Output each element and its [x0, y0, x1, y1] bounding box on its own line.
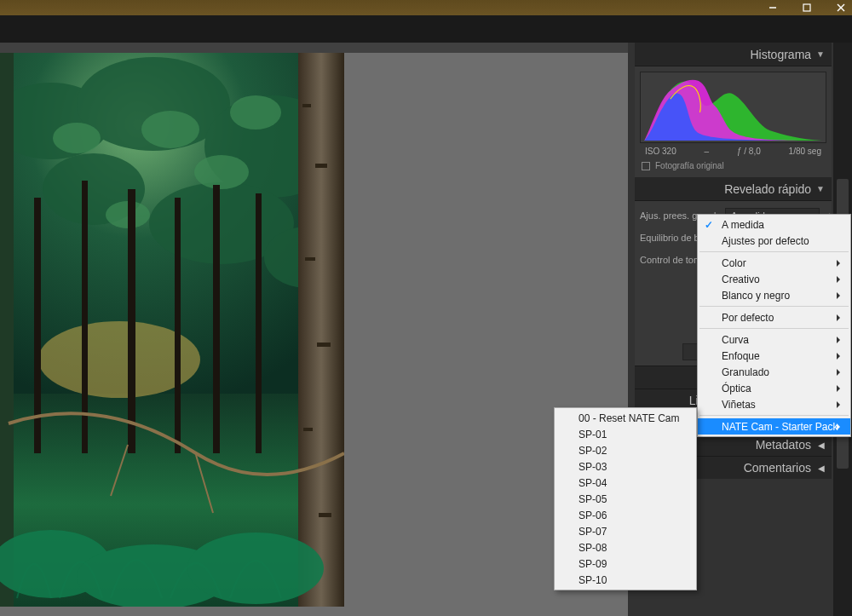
svg-rect-24	[298, 53, 344, 607]
histogram-exif: ISO 320 – ƒ / 8,0 1/80 seg	[640, 143, 826, 158]
expand-icon: ◀	[818, 440, 825, 450]
svg-point-16	[194, 155, 249, 189]
submenu-item-sp02[interactable]: SP-02	[555, 442, 696, 458]
svg-rect-20	[128, 189, 135, 453]
original-photo-toggle[interactable]: Fotografía original	[640, 158, 826, 176]
svg-rect-26	[315, 164, 327, 168]
menu-item-nate-cam[interactable]: NATE Cam - Starter Pack	[698, 418, 850, 435]
menu-separator	[699, 251, 849, 252]
metadata-title: Metadatos	[756, 438, 811, 452]
histogram-graph[interactable]	[640, 72, 826, 143]
histogram-panel: ISO 320 – ƒ / 8,0 1/80 seg Fotografía or…	[635, 66, 832, 177]
submenu-item-sp07[interactable]: SP-07	[555, 523, 696, 539]
exif-shutter: 1/80 seg	[789, 147, 821, 156]
window-maximize-button[interactable]	[799, 2, 815, 14]
menu-item-creative[interactable]: Creativo	[698, 271, 850, 287]
original-photo-label: Fotografía original	[655, 161, 724, 170]
menu-item-optica[interactable]: Óptica	[698, 380, 850, 396]
svg-rect-23	[256, 193, 262, 453]
menu-separator	[699, 306, 849, 307]
checkbox-icon[interactable]	[642, 162, 650, 170]
submenu-item-sp05[interactable]: SP-05	[555, 491, 696, 507]
svg-point-13	[141, 111, 199, 148]
quick-develop-title: Revelado rápido	[724, 182, 811, 196]
submenu-item-sp01[interactable]: SP-01	[555, 426, 696, 442]
svg-point-14	[230, 95, 281, 130]
svg-rect-1	[803, 4, 810, 11]
preset-dropdown-menu[interactable]: A medida Ajustes por defecto Color Creat…	[697, 214, 851, 437]
svg-rect-25	[302, 104, 311, 107]
menu-item-por-defecto[interactable]: Por defecto	[698, 309, 850, 325]
submenu-item-sp09[interactable]: SP-09	[555, 556, 696, 572]
svg-rect-21	[175, 198, 181, 453]
menu-item-defaults[interactable]: Ajustes por defecto	[698, 233, 850, 249]
submenu-item-sp06[interactable]: SP-06	[555, 507, 696, 523]
svg-rect-27	[305, 257, 315, 261]
histogram-title: Histograma	[751, 48, 812, 61]
menu-item-enfoque[interactable]: Enfoque	[698, 348, 850, 364]
menu-separator	[699, 415, 849, 416]
menu-item-granulado[interactable]: Granulado	[698, 364, 850, 380]
submenu-item-sp03[interactable]: SP-03	[555, 458, 696, 475]
svg-point-12	[53, 123, 101, 153]
submenu-item-sp04[interactable]: SP-04	[555, 475, 696, 491]
menu-item-bw[interactable]: Blanco y negro	[698, 287, 850, 303]
svg-rect-31	[0, 53, 14, 607]
top-bar	[0, 15, 852, 43]
svg-rect-30	[319, 513, 331, 517]
svg-rect-29	[303, 428, 313, 431]
menu-item-vinetas[interactable]: Viñetas	[698, 396, 850, 412]
histogram-panel-header[interactable]: Histograma ▼	[635, 43, 832, 66]
menu-item-color[interactable]: Color	[698, 255, 850, 271]
window-minimize-button[interactable]	[765, 2, 780, 14]
svg-rect-22	[213, 185, 220, 453]
quick-develop-header[interactable]: Revelado rápido ▼	[635, 177, 832, 201]
menu-separator	[699, 328, 849, 329]
submenu-item-sp08[interactable]: SP-08	[555, 539, 696, 556]
nate-cam-submenu[interactable]: 00 - Reset NATE Cam SP-01 SP-02 SP-03 SP…	[554, 407, 697, 590]
exif-aperture: ƒ / 8,0	[737, 147, 761, 156]
submenu-item-reset[interactable]: 00 - Reset NATE Cam	[555, 410, 696, 426]
exif-focal: –	[705, 147, 710, 156]
window-close-button[interactable]	[833, 2, 849, 14]
exif-iso: ISO 320	[645, 147, 676, 156]
image-preview[interactable]	[0, 53, 344, 607]
collapse-icon: ▼	[816, 49, 825, 59]
menu-item-curva[interactable]: Curva	[698, 331, 850, 348]
expand-icon: ◀	[818, 463, 825, 473]
menu-item-a-medida[interactable]: A medida	[698, 216, 850, 233]
svg-rect-28	[317, 343, 331, 347]
window-titlebar	[0, 0, 852, 15]
collapse-icon: ▼	[816, 184, 825, 193]
svg-point-34	[187, 533, 324, 604]
comments-title: Comentarios	[744, 461, 811, 475]
submenu-item-sp10[interactable]: SP-10	[555, 572, 696, 588]
